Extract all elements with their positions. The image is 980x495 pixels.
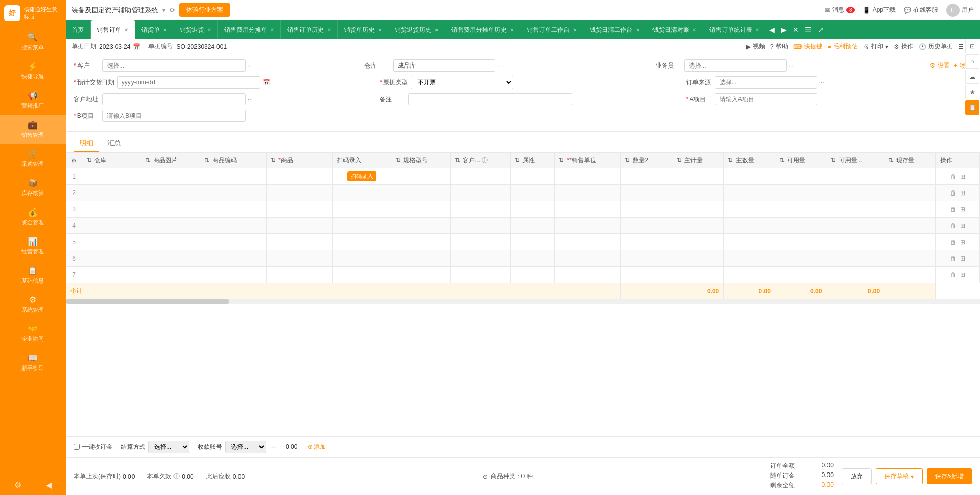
cell-spec[interactable]: [391, 234, 450, 250]
cell-scan[interactable]: [333, 234, 391, 250]
cell-available[interactable]: [775, 201, 826, 218]
sidebar-item-系统管理[interactable]: ⚙ 系统管理: [0, 290, 66, 319]
cell-customer-code[interactable]: [450, 168, 510, 185]
cell-customer-code[interactable]: [450, 185, 510, 201]
cell-main-unit[interactable]: [672, 185, 724, 201]
cell-main-unit[interactable]: [672, 218, 724, 234]
tab-prev-icon[interactable]: ◀: [766, 26, 778, 34]
cell-unit[interactable]: [555, 234, 621, 250]
row-delete-icon[interactable]: 🗑: [950, 206, 956, 213]
cell-image[interactable]: [141, 218, 200, 234]
cell-main-unit[interactable]: [672, 250, 724, 267]
tab-钱货日清工作台[interactable]: 钱货日清工作台✕: [583, 20, 646, 39]
row-copy-icon[interactable]: ⊞: [960, 189, 965, 197]
cell-warehouse[interactable]: [82, 250, 141, 267]
cell-code[interactable]: [200, 267, 266, 283]
cell-available2[interactable]: [826, 234, 884, 250]
one-click-checkbox[interactable]: [74, 444, 80, 450]
salesperson-input[interactable]: [684, 59, 787, 72]
tab-close-icon[interactable]: ✕: [207, 27, 211, 33]
cell-image[interactable]: [141, 201, 200, 218]
cell-qty2[interactable]: [621, 218, 672, 234]
cell-available2[interactable]: [826, 201, 884, 218]
sidebar-item-库存核算[interactable]: 📦 库存核算: [0, 173, 66, 202]
view-action[interactable]: ▶ 视频: [746, 42, 765, 51]
tab-close-icon[interactable]: ✕: [434, 27, 439, 33]
tab-首页[interactable]: 首页: [66, 20, 91, 39]
discard-button[interactable]: 放弃: [842, 468, 872, 484]
add-payment-btn[interactable]: ⊕ 添加: [308, 443, 326, 451]
tab-close-icon[interactable]: ✕: [755, 27, 759, 33]
warehouse-expand-icon[interactable]: ···: [497, 62, 503, 69]
row-copy-icon[interactable]: ⊞: [960, 173, 965, 180]
sidebar-item-快捷导航[interactable]: ⚡ 快捷导航: [0, 56, 66, 85]
cell-available[interactable]: [775, 218, 826, 234]
one-click-label[interactable]: 一键收订金: [74, 443, 113, 451]
cell-scan[interactable]: 扫码录入: [333, 168, 391, 185]
shortcut-action[interactable]: ⌨ 快捷键: [793, 42, 822, 51]
cell-image[interactable]: [141, 185, 200, 201]
cell-product[interactable]: [266, 218, 332, 234]
cell-code[interactable]: [200, 168, 266, 185]
scrollbar-thumb[interactable]: [66, 299, 229, 304]
table-wrapper[interactable]: ⚙ ⇅ 仓库 ⇅ 商品图片 ⇅ 商品编码 ⇅: [66, 153, 980, 436]
sidebar-item-资金管理[interactable]: 💰 资金管理: [0, 202, 66, 231]
sidebar-item-营销推广[interactable]: 📢 营销推广: [0, 85, 66, 115]
cell-warehouse[interactable]: [82, 234, 141, 250]
cell-attribute[interactable]: [510, 250, 554, 267]
cell-image[interactable]: [141, 267, 200, 283]
cell-attribute[interactable]: [510, 185, 554, 201]
cell-main-qty[interactable]: [724, 185, 775, 201]
b-project-input[interactable]: [102, 110, 246, 122]
cell-warehouse[interactable]: [82, 185, 141, 201]
cell-warehouse[interactable]: [82, 168, 141, 185]
cell-scan[interactable]: [333, 250, 391, 267]
settings-right-btn[interactable]: ⚙ 设置: [930, 61, 950, 70]
tab-销售订单[interactable]: 销售订单✕: [91, 20, 135, 39]
row-delete-icon[interactable]: 🗑: [950, 271, 956, 278]
cell-scan[interactable]: [333, 218, 391, 234]
cell-customer-code[interactable]: [450, 234, 510, 250]
right-panel-btn-2[interactable]: ⌂: [965, 54, 979, 69]
cell-main-qty[interactable]: [724, 267, 775, 283]
address-expand-icon[interactable]: ···: [248, 96, 253, 103]
cell-available2[interactable]: [826, 218, 884, 234]
operations-action[interactable]: ⚙ 操作: [894, 42, 913, 51]
cell-main-qty[interactable]: [724, 234, 775, 250]
cell-warehouse[interactable]: [82, 218, 141, 234]
cell-main-unit[interactable]: [672, 234, 724, 250]
sidebar-item-搜索菜单[interactable]: 🔍 搜索菜单: [0, 27, 66, 56]
cell-unit[interactable]: [555, 267, 621, 283]
th-custcode-sort-icon[interactable]: ⇅: [455, 157, 460, 164]
cell-warehouse[interactable]: [82, 267, 141, 283]
user-item[interactable]: U 用户: [946, 4, 974, 17]
tab-expand-icon[interactable]: ⤢: [815, 26, 827, 34]
cell-image[interactable]: [141, 234, 200, 250]
cell-code[interactable]: [200, 185, 266, 201]
cell-image[interactable]: [141, 250, 200, 267]
th-spec-sort-icon[interactable]: ⇅: [396, 157, 401, 164]
cell-spec[interactable]: [391, 185, 450, 201]
cell-code[interactable]: [200, 234, 266, 250]
payment-method-select[interactable]: 选择...: [148, 441, 189, 453]
solution-button[interactable]: 体验行业方案: [179, 3, 230, 17]
cell-attribute[interactable]: [510, 267, 554, 283]
cell-scan[interactable]: [333, 185, 391, 201]
row-delete-icon[interactable]: 🗑: [950, 173, 956, 180]
cell-available2[interactable]: [826, 250, 884, 267]
cell-qty2[interactable]: [621, 201, 672, 218]
cell-spec[interactable]: [391, 201, 450, 218]
sidebar-item-销售管理[interactable]: 💼 销售管理: [0, 115, 66, 144]
row-copy-icon[interactable]: ⊞: [960, 222, 965, 229]
tab-close-icon[interactable]: ✕: [378, 27, 382, 33]
right-panel-btn-4[interactable]: ★: [965, 85, 979, 99]
row-delete-icon[interactable]: 🗑: [950, 239, 956, 246]
cell-available2[interactable]: [826, 168, 884, 185]
cell-code[interactable]: [200, 250, 266, 267]
cell-available[interactable]: [775, 234, 826, 250]
cell-unit[interactable]: [555, 201, 621, 218]
order-source-input[interactable]: [715, 76, 817, 89]
tab-close-icon[interactable]: ✕: [573, 27, 577, 33]
right-panel-btn-3[interactable]: ☁: [965, 70, 979, 84]
th-settings[interactable]: ⚙: [66, 153, 82, 168]
